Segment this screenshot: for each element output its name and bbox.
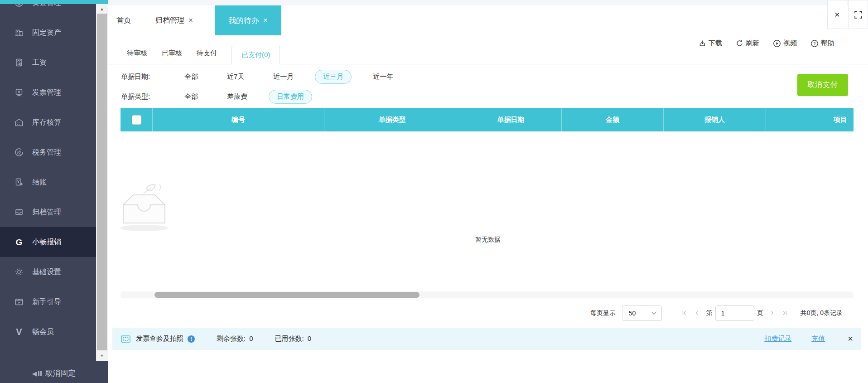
tab-close-icon[interactable]: × [263,16,268,25]
sidebar-item-settings[interactable]: 基础设置 [0,257,96,287]
prev-page-button[interactable] [692,308,702,318]
video-button[interactable]: 视频 [773,39,797,48]
close-page-button[interactable]: × [827,0,847,29]
unpin-bars-icon [38,371,42,376]
toolbar: 下载 刷新 视频 ? [699,39,834,48]
remaining-count: 剩余张数: 0 [217,335,253,343]
app-window: 资金管理 固定资产 [0,0,868,383]
recharge-link[interactable]: 充值 [811,335,825,343]
sidebar-item-funds[interactable]: 资金管理 [0,4,96,18]
refresh-icon [736,39,743,47]
remaining-value: 0 [249,335,253,343]
sidebar-item-closing[interactable]: 结账 [0,167,96,197]
subtab-reviewed[interactable]: 已审核 [162,49,182,64]
page-prefix: 第 [706,309,713,317]
sidebar-item-fixed-assets[interactable]: 固定资产 [0,18,96,48]
subtab-paid-active[interactable]: 已支付(0) [231,46,280,64]
column-header-number[interactable]: 编号 [152,108,324,131]
cancel-payment-button[interactable]: 取消支付 [797,74,848,96]
tax-icon: 税 [14,147,24,158]
column-header-doc-date[interactable]: 单据日期 [460,108,561,131]
sidebar-item-archive-mgmt[interactable]: 归档管理 [0,197,96,227]
filter-date-3m-selected[interactable]: 近三月 [315,70,352,84]
tab-home[interactable]: 首页 [116,5,141,35]
horizontal-scrollbar[interactable] [121,291,854,298]
filter-date-7d[interactable]: 近7天 [227,73,244,81]
filter-date-1m[interactable]: 近一月 [273,73,294,81]
table-header: 编号 单据类型 单据日期 金额 报销人 项目 [121,108,854,131]
sidebar-item-label: 小畅报销 [32,238,61,247]
help-label: 帮助 [821,39,834,48]
funds-icon [14,4,24,8]
subtab-pending-review[interactable]: 待审核 [127,49,147,64]
column-header-doc-type[interactable]: 单据类型 [324,108,460,131]
filter-type-all[interactable]: 全部 [184,92,198,101]
sidebar-item-reimburse[interactable]: G 小畅报销 [0,227,96,257]
download-label: 下载 [709,39,722,48]
filter-date-options: 全部 近7天 近一月 近三月 近一年 [184,70,393,84]
filter-type-daily-selected[interactable]: 日常费用 [269,90,312,104]
unpin-label: 取消固定 [45,368,76,378]
refresh-button[interactable]: 刷新 [736,39,759,48]
last-page-button[interactable] [780,308,790,318]
scroll-down-icon[interactable]: ▼ [96,350,108,361]
salary-calc-icon [14,57,24,68]
sidebar-item-label: 畅会员 [32,327,54,337]
filter-date-all[interactable]: 全部 [184,73,198,81]
deduction-records-link[interactable]: 扣费记录 [764,335,791,343]
empty-state: 暂无数据 [108,180,868,244]
help-button[interactable]: ? 帮助 [810,39,834,48]
member-v-icon: V [14,326,24,337]
filter-type-options: 全部 差旅费 日常费用 [184,90,304,104]
info-icon[interactable]: ! [188,335,195,343]
unpin-sidebar-button[interactable]: ◀ 取消固定 [0,368,108,378]
guide-video-icon [14,296,24,307]
fullscreen-button[interactable] [848,0,868,29]
first-page-button[interactable] [680,308,690,318]
page-suffix: 页 [757,309,763,317]
horizontal-scrollbar-thumb[interactable] [154,292,420,298]
filter-date-1y[interactable]: 近一年 [373,73,393,81]
invoice-bar-close-icon[interactable]: × [848,334,853,344]
sidebar-item-guide[interactable]: 新手引导 [0,287,96,317]
sidebar-item-label: 资金管理 [32,4,61,8]
scroll-up-icon[interactable]: ▲ [96,4,108,14]
sidebar-item-label: 固定资产 [32,28,61,38]
gear-icon [14,267,24,277]
filter-date-row: 单据日期: 全部 近7天 近一月 近三月 近一年 [121,69,393,84]
per-page-label: 每页显示 [590,309,616,317]
sidebar: 资金管理 固定资产 [0,4,108,383]
building-icon [14,27,24,38]
fullscreen-icon [854,10,863,19]
filter-type-row: 单据类型: 全部 差旅费 日常费用 [121,89,304,104]
sidebar-item-inventory[interactable]: 库存核算 [0,107,96,137]
pagination-summary: 共0页, 0条记录 [800,309,843,317]
sidebar-item-salary[interactable]: 工资 [0,48,96,78]
used-value: 0 [308,335,311,343]
sidebar-scrollbar[interactable]: ▲ ▼ [96,4,108,361]
tab-label: 归档管理 [155,16,184,25]
sidebar-item-label: 基础设置 [32,267,61,277]
unpin-arrow-icon: ◀ [32,370,37,377]
column-header-claimant[interactable]: 报销人 [663,108,766,131]
tab-archive[interactable]: 归档管理 × [145,5,203,35]
sidebar-item-member[interactable]: V 畅会员 [0,317,96,347]
invoice-bar-links: 扣费记录 充值 × [764,334,853,344]
page-number-input[interactable] [715,305,754,321]
tab-label: 首页 [116,16,131,25]
tab-todo-active[interactable]: 我的待办 × [215,5,281,35]
sidebar-scrollbar-thumb[interactable] [97,14,107,351]
next-page-button[interactable] [767,308,777,318]
sidebar-item-invoice-mgmt[interactable]: 发票管理 [0,78,96,107]
invoice-bar: 发票查验及拍照 ! 剩余张数: 0 已用张数: 0 扣费记录 充值 × [112,328,861,350]
sidebar-item-tax[interactable]: 税 税务管理 [0,137,96,167]
subtab-pending-pay[interactable]: 待支付 [197,49,217,64]
tab-close-icon[interactable]: × [188,16,193,25]
per-page-select[interactable]: 50 [622,305,662,321]
column-header-amount[interactable]: 金额 [561,108,663,131]
select-all-checkbox[interactable] [132,115,141,125]
close-icon: × [834,9,840,20]
filter-type-travel[interactable]: 差旅费 [227,92,247,101]
column-header-project[interactable]: 项目 [766,108,854,131]
download-button[interactable]: 下载 [699,39,722,48]
